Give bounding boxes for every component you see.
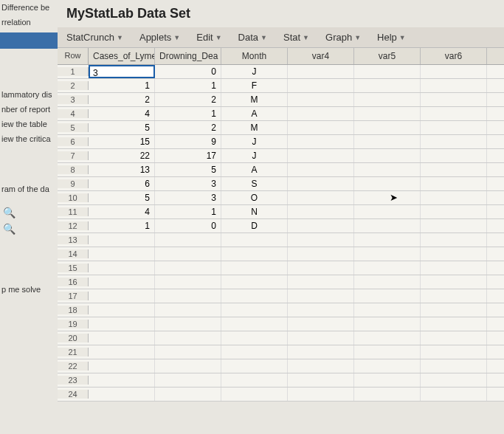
cell-var6[interactable] xyxy=(421,289,487,303)
cell-cases-lyme[interactable]: 6 xyxy=(89,177,155,190)
cell-cases-lyme[interactable] xyxy=(89,261,155,275)
column-header-var6[interactable]: var6 xyxy=(421,48,487,64)
cell-drowning[interactable] xyxy=(155,289,221,303)
cell-month[interactable] xyxy=(221,261,288,275)
zoom-in-icon[interactable]: 🔍 xyxy=(3,207,55,218)
row-number[interactable]: 9 xyxy=(58,179,89,188)
row-number[interactable]: 1 xyxy=(58,67,89,76)
cell-drowning[interactable] xyxy=(155,388,221,401)
cell-var5[interactable] xyxy=(354,388,421,401)
cell-var5[interactable] xyxy=(354,191,421,204)
sidebar-link-view-critical[interactable]: iew the critica xyxy=(0,131,58,146)
cell-cases-lyme[interactable] xyxy=(89,373,155,387)
row-number[interactable]: 15 xyxy=(58,264,89,272)
cell-var4[interactable] xyxy=(288,247,354,261)
cell-cases-lyme[interactable]: 1 xyxy=(89,219,155,232)
row-number[interactable]: 11 xyxy=(58,207,89,216)
cell-var6[interactable] xyxy=(421,233,487,247)
cell-drowning[interactable] xyxy=(155,303,221,317)
cell-var6[interactable] xyxy=(421,93,487,106)
cell-cases-lyme[interactable]: 4 xyxy=(89,107,155,120)
cell-var4[interactable] xyxy=(288,233,354,247)
cell-month[interactable] xyxy=(221,317,288,331)
cell-cases-lyme[interactable]: 1 xyxy=(89,79,155,92)
column-header-var4[interactable]: var4 xyxy=(288,48,354,64)
cell-var4[interactable] xyxy=(288,107,354,120)
cell-cases-lyme[interactable] xyxy=(89,233,155,247)
cell-cases-lyme[interactable] xyxy=(89,331,155,345)
cell-var4[interactable] xyxy=(288,219,354,232)
cell-month[interactable] xyxy=(221,388,288,401)
row-number[interactable]: 17 xyxy=(58,292,89,300)
cell-var4[interactable] xyxy=(288,79,354,92)
menu-graph[interactable]: Graph▼ xyxy=(325,32,361,43)
row-number[interactable]: 23 xyxy=(58,376,89,385)
cell-var6[interactable] xyxy=(421,121,487,134)
cell-var5[interactable] xyxy=(354,233,421,247)
cell-month[interactable]: F xyxy=(221,79,288,92)
cell-drowning[interactable] xyxy=(155,373,221,387)
cell-var5[interactable] xyxy=(354,121,421,134)
row-number[interactable]: 7 xyxy=(58,151,89,160)
cell-drowning[interactable] xyxy=(155,317,221,331)
cell-var5[interactable] xyxy=(354,275,421,289)
cell-var4[interactable] xyxy=(288,388,354,401)
row-number[interactable]: 8 xyxy=(58,165,89,174)
cell-drowning[interactable]: 0 xyxy=(155,65,221,78)
cell-drowning[interactable]: 9 xyxy=(155,135,221,148)
cell-var5[interactable] xyxy=(354,317,421,331)
cell-drowning[interactable]: 2 xyxy=(155,121,221,134)
cell-var6[interactable] xyxy=(421,177,487,190)
cell-drowning[interactable] xyxy=(155,247,221,261)
cell-var5[interactable] xyxy=(354,149,421,162)
cell-var4[interactable] xyxy=(288,163,354,176)
cell-var4[interactable] xyxy=(288,205,354,218)
row-number[interactable]: 5 xyxy=(58,123,89,132)
cell-var4[interactable] xyxy=(288,135,354,148)
cell-month[interactable]: D xyxy=(221,219,288,232)
row-number[interactable]: 24 xyxy=(58,390,89,399)
cell-var4[interactable] xyxy=(288,303,354,317)
cell-cases-lyme[interactable]: 5 xyxy=(89,191,155,204)
cell-drowning[interactable]: 3 xyxy=(155,191,221,204)
cell-cases-lyme[interactable] xyxy=(89,275,155,289)
sidebar-link-help-solve[interactable]: p me solve xyxy=(0,282,58,297)
row-number[interactable]: 6 xyxy=(58,137,89,146)
cell-drowning[interactable] xyxy=(155,233,221,247)
cell-cases-lyme[interactable] xyxy=(89,317,155,331)
cell-var5[interactable] xyxy=(354,289,421,303)
cell-var4[interactable] xyxy=(288,191,354,204)
cell-var5[interactable] xyxy=(354,345,421,359)
column-header-row[interactable]: Row xyxy=(58,48,89,64)
row-number[interactable]: 2 xyxy=(58,81,89,90)
cell-var5[interactable] xyxy=(354,107,421,120)
cell-var4[interactable] xyxy=(288,345,354,359)
cell-month[interactable]: J xyxy=(221,65,288,78)
row-number[interactable]: 10 xyxy=(58,193,89,202)
cell-drowning[interactable]: 3 xyxy=(155,177,221,190)
cell-cases-lyme[interactable] xyxy=(89,247,155,261)
row-number[interactable]: 18 xyxy=(58,306,89,314)
menu-data[interactable]: Data▼ xyxy=(238,32,267,43)
sidebar-link-correlation[interactable]: rrelation xyxy=(0,15,58,30)
cell-month[interactable] xyxy=(221,331,288,345)
cell-var4[interactable] xyxy=(288,317,354,331)
cell-var6[interactable] xyxy=(421,303,487,317)
cell-cases-lyme[interactable] xyxy=(89,345,155,359)
cell-var5[interactable] xyxy=(354,135,421,148)
cell-cases-lyme[interactable] xyxy=(89,303,155,317)
cell-cases-lyme[interactable]: 13 xyxy=(89,163,155,176)
cell-month[interactable]: M xyxy=(221,93,288,106)
cell-month[interactable]: A xyxy=(221,163,288,176)
cell-var5[interactable] xyxy=(354,163,421,176)
column-header-drowning[interactable]: Drowning_Dea xyxy=(155,48,221,64)
cell-var4[interactable] xyxy=(288,275,354,289)
cell-var6[interactable] xyxy=(421,275,487,289)
cell-cases-lyme[interactable] xyxy=(89,388,155,401)
cell-var6[interactable] xyxy=(421,79,487,92)
cell-var5[interactable] xyxy=(354,373,421,387)
cell-var6[interactable] xyxy=(421,219,487,232)
cell-var5[interactable] xyxy=(354,65,421,78)
cell-var4[interactable] xyxy=(288,177,354,190)
cell-var5[interactable] xyxy=(354,205,421,218)
